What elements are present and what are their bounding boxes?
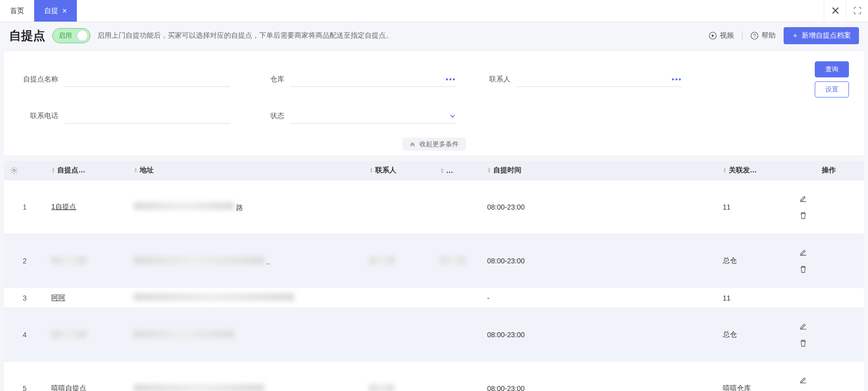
col-time[interactable]: ▲▼自提时间 (481, 161, 717, 180)
help-icon: ? (750, 32, 758, 40)
table-row: 2 ..08:00-23:00总仓 (4, 234, 864, 288)
col-relation[interactable]: ▲▼关联发… (717, 161, 793, 180)
page-title: 自提点 (9, 28, 45, 44)
cell-ops (793, 308, 864, 362)
col-name[interactable]: ▲▼自提点… (45, 161, 128, 180)
filter-phone: 联系电话 (19, 109, 230, 124)
cell-time: 08:00-23:00 (481, 234, 717, 288)
row-index: 3 (4, 288, 45, 308)
edit-icon[interactable] (799, 322, 858, 330)
filter-status-select[interactable] (290, 109, 446, 124)
sort-icon: ▲▼ (487, 167, 491, 173)
fullscreen-button[interactable]: ⛶ (846, 0, 868, 22)
filter-contact-input[interactable] (516, 72, 669, 87)
cell-contact (363, 308, 434, 362)
more-icon[interactable]: ••• (669, 72, 682, 87)
col-contact[interactable]: ▲▼联系人 (363, 161, 434, 180)
col-phone[interactable]: ▲▼… (434, 161, 481, 180)
cell-ops (793, 234, 864, 288)
cell-relation: 11 (717, 288, 793, 308)
tab-home-label: 首页 (10, 7, 24, 16)
sort-icon: ▲▼ (369, 167, 373, 173)
close-all-button[interactable]: ✕ (824, 0, 846, 22)
help-label: 帮助 (762, 31, 776, 40)
filter-contact-label: 联系人 (471, 75, 516, 84)
add-pickup-label: 新增自提点档案 (802, 31, 851, 40)
more-icon[interactable]: ••• (443, 72, 456, 87)
row-index: 1 (4, 180, 45, 234)
column-settings[interactable] (4, 161, 45, 180)
cell-time: 08:00-23:00 (481, 180, 717, 234)
edit-icon[interactable] (799, 248, 858, 256)
tab-pickup[interactable]: 自提 × (34, 0, 77, 22)
page-header: 自提点 启用 启用上门自提功能后，买家可以选择对应的自提点，下单后需要商家将商品… (0, 22, 868, 51)
cell-phone (434, 180, 481, 234)
help-link[interactable]: ? 帮助 (750, 31, 776, 40)
enable-toggle[interactable]: 启用 (52, 28, 90, 43)
row-name-link[interactable]: 嘻嘻自提点 (51, 384, 86, 391)
cell-contact (363, 288, 434, 308)
toggle-label: 启用 (59, 31, 72, 40)
col-address[interactable]: ▲▼地址 (128, 161, 363, 180)
add-pickup-button[interactable]: ＋ 新增自提点档案 (784, 27, 859, 44)
play-icon (709, 32, 717, 40)
delete-icon[interactable] (799, 212, 858, 220)
filter-name-input[interactable] (64, 72, 230, 87)
cell-address: .. (128, 234, 363, 288)
cell-ops (793, 288, 864, 308)
tab-pickup-label: 自提 (44, 7, 58, 16)
close-icon[interactable]: × (62, 7, 67, 16)
cell-contact (363, 362, 434, 392)
cell-contact (363, 180, 434, 234)
filter-contact: 联系人 ••• (471, 61, 682, 97)
cell-contact (363, 234, 434, 288)
cell-address (128, 308, 363, 362)
edit-icon[interactable] (799, 376, 858, 384)
cell-relation: 总仓 (717, 234, 793, 288)
row-index: 2 (4, 234, 45, 288)
cell-name (45, 308, 128, 362)
delete-icon[interactable] (799, 339, 858, 347)
filter-phone-input[interactable] (64, 109, 230, 124)
filter-warehouse-input[interactable] (290, 72, 443, 87)
filter-name: 自提点名称 (19, 61, 230, 97)
cell-name: 呵呵 (45, 288, 128, 308)
cell-relation: 嘻嘻仓库 (717, 362, 793, 392)
filter-status: 状态 (245, 109, 456, 124)
cell-phone (434, 288, 481, 308)
svg-text:?: ? (753, 33, 756, 39)
settings-button[interactable]: 设置 (815, 81, 849, 97)
header-description: 启用上门自提功能后，买家可以选择对应的自提点，下单后需要商家将商品配送至指定自提… (97, 31, 709, 40)
sort-icon: ▲▼ (134, 167, 138, 173)
cell-relation: 总仓 (717, 308, 793, 362)
collapse-filters-button[interactable]: 收起更多条件 (402, 138, 466, 151)
sort-icon: ▲▼ (723, 167, 727, 173)
row-name-link[interactable]: 1自提点 (51, 203, 76, 211)
cell-time: 08:00-23:00 (481, 308, 717, 362)
cell-name (45, 234, 128, 288)
row-name-link[interactable]: 呵呵 (51, 294, 65, 302)
cell-address (128, 288, 363, 308)
divider (742, 31, 742, 40)
chevron-down-icon[interactable] (446, 109, 456, 124)
filter-name-label: 自提点名称 (19, 75, 64, 84)
cell-relation: 11 (717, 180, 793, 234)
row-index: 4 (4, 308, 45, 362)
delete-icon[interactable] (799, 265, 858, 273)
edit-icon[interactable] (799, 194, 858, 203)
query-button[interactable]: 查询 (815, 61, 849, 77)
cell-address: 路 (128, 180, 363, 234)
video-link[interactable]: 视频 (709, 31, 734, 40)
col-ops: 操作 (793, 161, 864, 180)
cell-phone (434, 308, 481, 362)
tab-home[interactable]: 首页 (0, 0, 34, 22)
cell-phone (434, 234, 481, 288)
cell-name: 1自提点 (45, 180, 128, 234)
sort-icon: ▲▼ (51, 167, 55, 173)
filter-warehouse: 仓库 ••• (245, 61, 456, 97)
sort-icon: ▲▼ (440, 168, 444, 174)
tabs-bar: 首页 自提 × ✕ ⛶ (0, 0, 868, 22)
table-row: 11自提点 路08:00-23:0011 (4, 180, 864, 234)
cell-time: - (481, 288, 717, 308)
video-label: 视频 (720, 31, 734, 40)
